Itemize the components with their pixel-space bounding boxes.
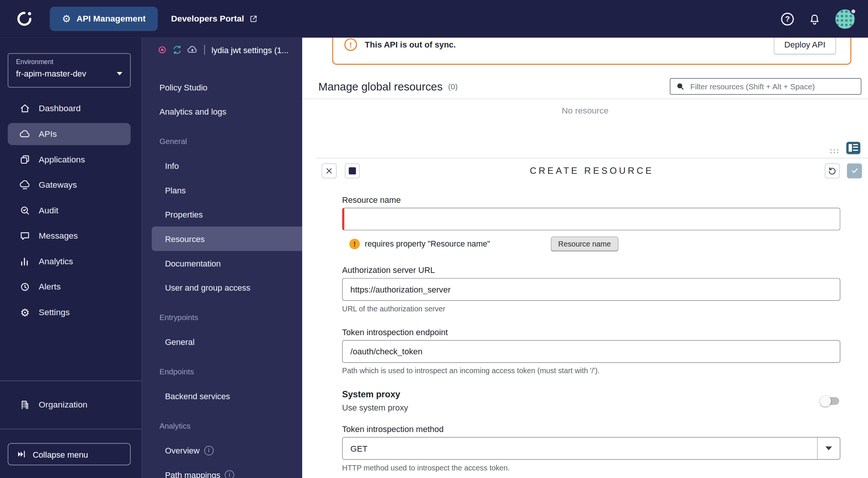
sidebar-divider — [0, 380, 142, 381]
developers-portal-label: Developers Portal — [171, 14, 244, 24]
gear-icon: ⚙ — [19, 307, 31, 318]
menu-item-resources[interactable]: Resources — [152, 227, 303, 251]
primary-sidebar: Environment fr-apim-master-dev Dashboard… — [0, 38, 142, 478]
building-icon — [19, 399, 31, 410]
sync-icon[interactable] — [172, 45, 182, 55]
panel-toggle-icon[interactable] — [345, 163, 360, 178]
gateway-cloud-icon — [19, 179, 31, 190]
sidebar-item-analytics[interactable]: Analytics — [0, 249, 142, 274]
token-introspection-endpoint-label: Token introspection endpoint — [342, 327, 840, 337]
api-title: lydia jwt settings (1... — [211, 45, 289, 55]
menu-item-properties[interactable]: Properties — [142, 202, 302, 227]
app-screen: ⚙ API Management Developers Portal ? — [0, 0, 868, 478]
resource-name-input[interactable] — [342, 208, 840, 230]
drag-handle[interactable] — [829, 149, 839, 154]
authorization-server-url-input[interactable] — [342, 278, 840, 301]
api-management-button[interactable]: ⚙ API Management — [50, 7, 158, 31]
section-heading-endpoints: Endpoints — [142, 360, 302, 384]
menu-item-label: User and group access — [165, 283, 251, 292]
body-row: Environment fr-apim-master-dev Dashboard… — [0, 38, 868, 478]
menu-item-label: Policy Studio — [159, 82, 207, 92]
resource-form: Resource name ! requires property "Resou… — [316, 183, 868, 472]
token-introspection-endpoint-help: Path which is used to introspect an inco… — [342, 367, 840, 375]
sidebar-item-label: Alerts — [39, 282, 61, 292]
sidebar-item-apis[interactable]: APIs — [8, 123, 131, 145]
sidebar-item-alerts[interactable]: Alerts — [0, 274, 142, 300]
developers-portal-link[interactable]: Developers Portal — [171, 14, 258, 24]
resources-table: No resource — [302, 99, 868, 158]
environment-selector[interactable]: Environment fr-apim-master-dev — [8, 53, 131, 87]
error-field-chip[interactable]: Resource name — [551, 236, 618, 251]
menu-item-label: Info — [165, 161, 179, 170]
clock-icon — [19, 281, 31, 292]
sidebar-item-settings[interactable]: ⚙ Settings — [0, 300, 142, 325]
empty-state-text: No resource — [302, 99, 868, 116]
system-proxy-toggle[interactable] — [820, 395, 840, 406]
alert-text: This API is out of sync. — [365, 40, 456, 49]
section-heading-analytics: Analytics — [142, 414, 302, 438]
menu-item-backend-services[interactable]: Backend services — [142, 384, 302, 408]
page-title: Manage global resources — [318, 80, 443, 93]
user-avatar[interactable] — [835, 9, 854, 28]
resource-count: (0) — [448, 82, 458, 91]
notifications-bell-icon[interactable] — [808, 12, 821, 25]
gravitee-logo[interactable] — [13, 8, 35, 30]
close-icon[interactable] — [322, 163, 337, 178]
menu-item-label: Plans — [165, 185, 186, 195]
menu-item-entrypoints-general[interactable]: General — [142, 329, 302, 354]
sidebar-divider — [0, 429, 142, 429]
error-warning-icon: ! — [349, 239, 360, 249]
menu-item-info[interactable]: Info — [142, 153, 302, 178]
menu-item-overview[interactable]: Overview i — [142, 438, 302, 463]
introspection-method-select[interactable]: GET — [342, 437, 840, 460]
menu-item-policy-studio[interactable]: Policy Studio — [142, 75, 302, 99]
sidebar-item-applications[interactable]: Applications — [0, 147, 142, 172]
sidebar-item-label: Gateways — [39, 180, 77, 190]
audit-check-icon — [19, 205, 31, 216]
token-introspection-endpoint-input[interactable] — [342, 340, 840, 363]
cloud-upload-icon[interactable] — [187, 44, 198, 55]
menu-item-analytics-and-logs[interactable]: Analytics and logs — [142, 99, 302, 124]
reset-icon[interactable] — [825, 163, 840, 178]
collapse-menu-button[interactable]: Collapse menu — [8, 443, 131, 466]
sidebar-item-gateways[interactable]: Gateways — [0, 172, 142, 198]
menu-item-label: General — [165, 337, 194, 346]
create-resource-drawer: CREATE RESOURCE Resou — [316, 158, 868, 478]
record-status-icon[interactable] — [157, 45, 167, 55]
topbar-actions: ? — [781, 9, 854, 28]
sidebar-item-dashboard[interactable]: Dashboard — [0, 96, 142, 121]
system-proxy-sublabel: Use system proxy — [342, 403, 408, 412]
resources-header-row: Manage global resources (0) — [318, 77, 861, 96]
filter-resources-input[interactable] — [689, 81, 855, 91]
cloud-icon — [19, 129, 31, 139]
menu-item-plans[interactable]: Plans — [142, 178, 302, 202]
sidebar-item-audit[interactable]: Audit — [0, 198, 142, 224]
message-icon — [19, 230, 31, 241]
chevron-down-icon — [117, 72, 122, 75]
api-header: lydia jwt settings (1... — [157, 43, 302, 57]
table-view-icon[interactable] — [847, 142, 860, 154]
token-introspection-method-help: HTTP method used to introspect the acces… — [342, 464, 840, 472]
sidebar-item-messages[interactable]: Messages — [0, 223, 142, 249]
menu-item-label: Documentation — [165, 258, 221, 268]
menu-item-label: Backend services — [165, 391, 230, 401]
system-proxy-row: System proxy Use system proxy — [342, 389, 840, 412]
menu-item-label: Path mappings — [165, 470, 220, 478]
authorization-server-url-label: Authorization server URL — [342, 265, 840, 275]
menu-item-user-and-group-access[interactable]: User and group access — [142, 275, 302, 300]
token-introspection-method-label: Token introspection method — [342, 424, 840, 434]
deploy-api-button[interactable]: Deploy API — [774, 38, 836, 54]
save-check-icon[interactable] — [847, 163, 862, 178]
topbar: ⚙ API Management Developers Portal ? — [0, 0, 868, 38]
sidebar-item-organization[interactable]: Organization — [0, 392, 142, 418]
sidebar-item-label: Applications — [39, 155, 85, 164]
help-glyph: ? — [785, 14, 790, 23]
sidebar-item-label: Dashboard — [39, 104, 81, 113]
menu-item-path-mappings[interactable]: Path mappings i — [142, 463, 302, 478]
sidebar-item-label: Audit — [39, 205, 58, 215]
divider — [204, 45, 205, 55]
status-dot — [850, 8, 856, 14]
menu-item-documentation[interactable]: Documentation — [142, 251, 302, 276]
bar-chart-icon — [19, 256, 31, 267]
help-icon[interactable]: ? — [781, 12, 794, 25]
